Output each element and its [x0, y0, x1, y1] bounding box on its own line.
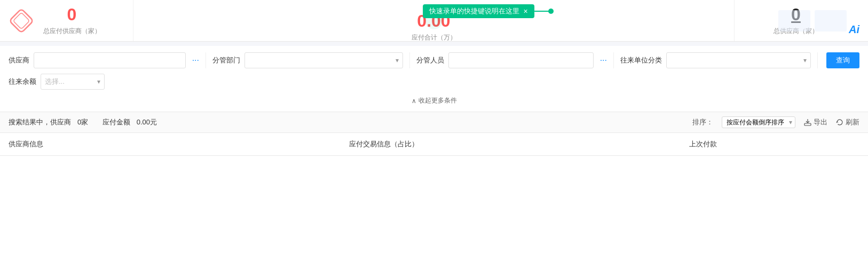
table-col-2: 应付交易信息（占比）	[349, 139, 690, 149]
filter-section: 供应商 ··· 分管部门 ▾ 分管人员 ··· 往来单位分类	[0, 46, 868, 112]
amount-prefix: 应付金额	[102, 118, 130, 126]
filter-person: 分管人员 ···	[410, 52, 614, 68]
table-section: 供应商信息 应付交易信息（占比） 上次付款	[0, 133, 868, 275]
results-right: 排序： 按应付会额倒序排序 ▾ 导出 刷新	[692, 116, 859, 128]
results-left: 搜索结果中，供应商0家 应付金额0.00元	[9, 117, 163, 127]
tooltip-text: 快速录单的快捷键说明在这里	[429, 6, 519, 16]
export-button[interactable]: 导出	[804, 117, 827, 127]
amount-value: 0.00元	[137, 118, 157, 126]
stat-card-suppliers: 0 总应付供应商（家）	[32, 5, 112, 36]
export-label: 导出	[814, 117, 827, 127]
unit-label: 往来单位分类	[620, 56, 662, 65]
balance-select-wrapper: 选择... ▾	[41, 74, 105, 90]
supplier-label: 供应商	[9, 56, 29, 65]
unit-select[interactable]	[666, 52, 811, 68]
payable-total-label: 应付合计（万）	[412, 33, 456, 42]
table-col-1: 供应商信息	[9, 139, 349, 149]
search-count: 0家	[77, 118, 88, 126]
table-body	[0, 156, 868, 275]
diamond-icon	[9, 8, 34, 34]
dept-select-wrapper: ▾	[244, 52, 403, 68]
tooltip-close-btn[interactable]: ×	[524, 7, 528, 15]
tooltip-dot	[548, 9, 554, 14]
collapse-button[interactable]: ∧ 收起更多条件	[412, 96, 457, 105]
svg-rect-0	[9, 9, 33, 33]
supplier-dots-btn[interactable]: ···	[192, 56, 199, 65]
tooltip-bubble: 快速录单的快捷键说明在这里 ×	[423, 4, 534, 18]
dept-select[interactable]	[244, 52, 403, 68]
results-bar: 搜索结果中，供应商0家 应付金额0.00元 排序： 按应付会额倒序排序 ▾ 导出…	[0, 112, 868, 133]
stat-payable-total: 快速录单的快捷键说明在这里 × 0.00 应付合计（万）	[133, 0, 735, 41]
sort-select-wrapper: 按应付会额倒序排序 ▾	[722, 116, 795, 128]
mini-card-1	[778, 10, 810, 32]
stat-total-suppliers: 0 总供应商（家） Ai	[735, 0, 868, 41]
balance-select[interactable]	[41, 74, 105, 90]
filter-row-1: 供应商 ··· 分管部门 ▾ 分管人员 ··· 往来单位分类	[9, 52, 859, 68]
payable-suppliers-number: 0	[67, 5, 77, 24]
person-label: 分管人员	[416, 56, 444, 65]
ai-label: Ai	[849, 23, 859, 36]
filter-supplier: 供应商 ···	[9, 52, 206, 68]
collapse-bar: ∧ 收起更多条件	[9, 94, 859, 109]
filter-dept: 分管部门 ▾	[206, 52, 410, 68]
query-button[interactable]: 查询	[826, 52, 859, 68]
stats-bar: 0 总应付供应商（家） 快速录单的快捷键说明在这里 × 0.00 应付合计（万）	[0, 0, 868, 42]
svg-rect-5	[804, 123, 811, 125]
filter-row-2: 往来余额 选择... ▾	[9, 74, 859, 90]
person-dots-btn[interactable]: ···	[600, 56, 607, 65]
dept-label: 分管部门	[212, 56, 240, 65]
sort-label: 排序：	[692, 117, 713, 127]
refresh-icon	[836, 119, 843, 126]
refresh-label: 刷新	[846, 117, 859, 127]
balance-label: 往来余额	[9, 77, 36, 87]
filter-unit: 往来单位分类 ▾	[614, 52, 818, 68]
payable-suppliers-label: 总应付供应商（家）	[43, 27, 101, 36]
sort-select[interactable]: 按应付会额倒序排序	[722, 116, 795, 128]
mini-stat-cards	[778, 10, 847, 32]
search-prefix: 搜索结果中，供应商	[9, 118, 71, 126]
person-input-wrapper	[448, 52, 594, 68]
person-input[interactable]	[448, 52, 594, 68]
mini-card-2	[815, 10, 847, 32]
supplier-input-wrapper	[34, 52, 186, 68]
export-icon	[804, 119, 811, 126]
collapse-label: 收起更多条件	[419, 96, 457, 105]
stat-payable-suppliers: 0 总应付供应商（家）	[0, 0, 133, 41]
refresh-button[interactable]: 刷新	[836, 117, 859, 127]
collapse-icon: ∧	[412, 97, 416, 105]
table-col-3: 上次付款	[689, 139, 859, 149]
unit-select-wrapper: ▾	[666, 52, 811, 68]
table-header: 供应商信息 应付交易信息（占比） 上次付款	[0, 133, 868, 156]
supplier-input[interactable]	[34, 52, 186, 68]
